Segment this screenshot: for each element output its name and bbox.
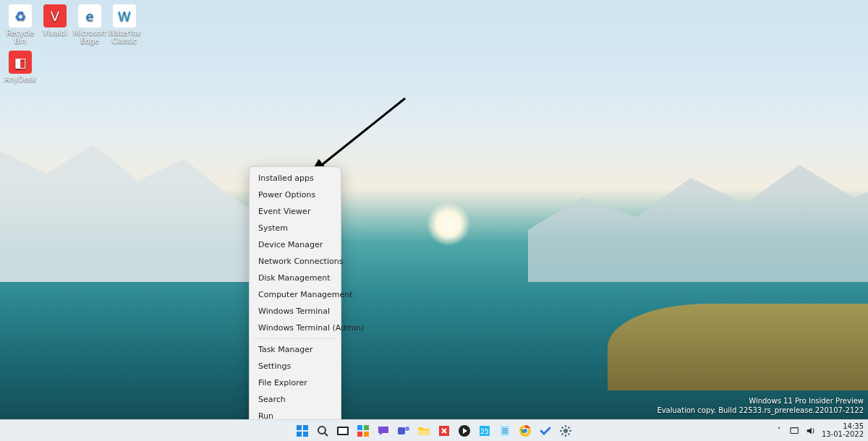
svg-point-27 <box>563 429 568 433</box>
search-icon <box>316 424 329 437</box>
widgets-icon <box>357 424 370 437</box>
taskbar-task-view-button[interactable] <box>335 423 351 439</box>
taskbar-file-explorer-button[interactable] <box>416 423 432 439</box>
taskbar: 25 ˄ 14:35 13-01-2022 <box>0 419 868 441</box>
svg-rect-12 <box>364 432 369 437</box>
ctx-item-task-manager[interactable]: Task Manager <box>250 341 341 358</box>
svg-rect-3 <box>297 432 302 437</box>
ctx-item-search[interactable]: Search <box>250 391 341 408</box>
settings-icon <box>559 424 572 437</box>
taskbar-clock[interactable]: 14:35 13-01-2022 <box>822 423 864 438</box>
desktop-icon-vivaldi[interactable]: VVivaldi <box>38 4 72 45</box>
svg-line-35 <box>569 427 570 428</box>
desktop-icon-waterfox[interactable]: WWaterfox Classic <box>107 4 142 45</box>
task-view-icon <box>336 424 349 437</box>
ctx-item-settings[interactable]: Settings <box>250 358 341 374</box>
desktop-icon-edge[interactable]: eMicrosoft Edge <box>72 4 107 45</box>
desktop-icon-label: Microsoft Edge <box>72 29 107 45</box>
watermark-line: Windows 11 Pro Insider Preview <box>657 397 864 406</box>
svg-rect-1 <box>297 425 302 430</box>
file-explorer-icon <box>417 424 430 437</box>
ctx-separator <box>254 338 336 339</box>
svg-rect-36 <box>791 427 799 433</box>
svg-line-33 <box>569 433 570 434</box>
svg-text:25: 25 <box>480 428 488 435</box>
desktop-icon-label: AnyDesk <box>4 75 36 83</box>
svg-rect-13 <box>398 427 405 434</box>
svg-rect-9 <box>357 425 362 430</box>
ctx-item-installed-apps[interactable]: Installed apps <box>250 170 341 187</box>
wallpaper-grass <box>608 304 868 390</box>
taskbar-notepad-button[interactable] <box>497 423 513 439</box>
wallpaper-sun <box>427 202 470 246</box>
taskbar-chat-button[interactable] <box>375 423 391 439</box>
svg-rect-10 <box>364 425 369 430</box>
taskbar-settings-button[interactable] <box>558 423 574 439</box>
ctx-item-power-options[interactable]: Power Options <box>250 187 341 203</box>
system-tray: ˄ 14:35 13-01-2022 <box>774 423 864 438</box>
watermark: Windows 11 Pro Insider Preview Evaluatio… <box>657 397 864 415</box>
desktop-icon-label: Vivaldi <box>43 29 67 37</box>
svg-point-14 <box>405 427 409 431</box>
desktop-icon-anydesk[interactable]: ◧AnyDesk <box>3 51 38 83</box>
taskbar-chrome-button[interactable] <box>517 423 533 439</box>
winx-context-menu: Installed appsPower OptionsEvent ViewerS… <box>249 166 341 441</box>
start-icon <box>296 424 309 437</box>
svg-rect-4 <box>303 432 308 437</box>
taskbar-sticky-notes-button[interactable]: 25 <box>477 423 493 439</box>
taskbar-start-button[interactable] <box>294 423 310 439</box>
svg-line-32 <box>562 427 563 428</box>
ctx-item-windows-terminal-admin[interactable]: Windows Terminal (Admin) <box>250 320 341 336</box>
ctx-item-file-explorer[interactable]: File Explorer <box>250 374 341 391</box>
clock-date: 13-01-2022 <box>822 431 864 439</box>
taskbar-todo-button[interactable] <box>537 423 553 439</box>
svg-point-5 <box>318 427 326 434</box>
anydesk-icon: ◧ <box>9 51 32 74</box>
taskbar-media-button[interactable] <box>456 423 472 439</box>
ctx-item-disk-management[interactable]: Disk Management <box>250 270 341 286</box>
clock-time: 14:35 <box>822 423 864 431</box>
svg-line-6 <box>325 433 328 436</box>
taskbar-teams-button[interactable] <box>396 423 412 439</box>
svg-line-34 <box>562 433 563 434</box>
desktop[interactable]: ♻Recycle BinVVivaldieMicrosoft EdgeWWate… <box>0 0 868 419</box>
taskbar-widgets-button[interactable] <box>355 423 371 439</box>
svg-rect-11 <box>357 432 362 437</box>
edge-icon: e <box>78 4 101 27</box>
svg-line-0 <box>311 98 405 174</box>
watermark-line: Evaluation copy. Build 22533.rs_prerelea… <box>657 406 864 416</box>
desktop-icon-label: Recycle Bin <box>3 29 38 45</box>
desktop-icon-label: Waterfox Classic <box>107 29 142 45</box>
todo-icon <box>539 424 552 437</box>
ctx-item-device-manager[interactable]: Device Manager <box>250 236 341 253</box>
svg-rect-8 <box>339 428 347 434</box>
notepad-icon <box>498 424 511 437</box>
taskbar-snip-button[interactable] <box>436 423 452 439</box>
media-icon <box>458 424 471 437</box>
svg-rect-15 <box>418 430 430 435</box>
recycle-bin-icon: ♻ <box>9 4 32 27</box>
chat-icon <box>377 424 390 437</box>
ctx-item-event-viewer[interactable]: Event Viewer <box>250 203 341 220</box>
svg-rect-2 <box>303 425 308 430</box>
ctx-item-computer-management[interactable]: Computer Management <box>250 286 341 303</box>
tray-network-icon[interactable] <box>790 426 800 436</box>
sticky-notes-icon: 25 <box>478 424 491 437</box>
ctx-item-windows-terminal[interactable]: Windows Terminal <box>250 303 341 320</box>
desktop-icons: ♻Recycle BinVVivaldieMicrosoft EdgeWWate… <box>3 3 142 87</box>
tray-chevron-icon[interactable]: ˄ <box>774 426 784 436</box>
taskbar-search-button[interactable] <box>315 423 331 439</box>
chrome-icon <box>519 424 532 437</box>
ctx-item-system[interactable]: System <box>250 220 341 236</box>
tray-volume-icon[interactable] <box>806 426 816 436</box>
taskbar-center: 25 <box>294 423 574 439</box>
snip-icon <box>438 424 451 437</box>
ctx-item-network-connections[interactable]: Network Connections <box>250 253 341 270</box>
teams-icon <box>397 424 410 437</box>
vivaldi-icon: V <box>43 4 67 27</box>
desktop-icon-recycle-bin[interactable]: ♻Recycle Bin <box>3 4 38 45</box>
waterfox-icon: W <box>113 4 136 27</box>
wallpaper-mountain <box>0 137 275 282</box>
wallpaper-mountain <box>528 152 868 282</box>
